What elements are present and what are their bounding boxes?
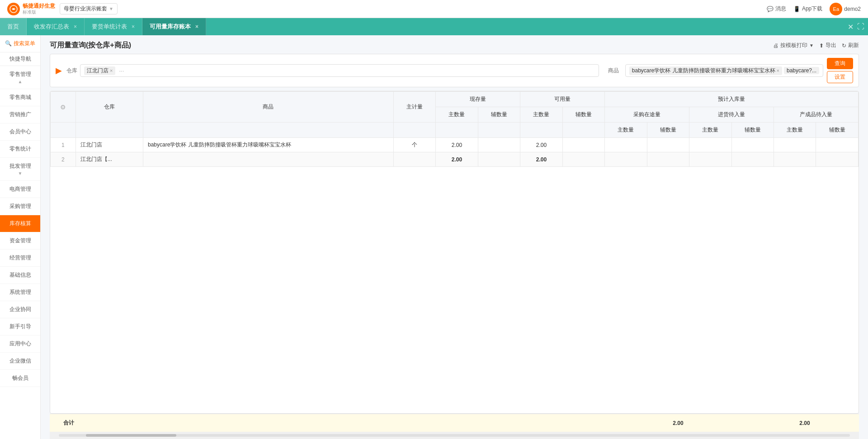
warehouse-filter-more[interactable]: ··· — [119, 67, 124, 74]
content-area: 可用量查询(按仓库+商品) 🖨 按模板打印 ▼ ⬆ 导出 ↻ 刷新 ▶ — [41, 35, 868, 439]
sidebar-item-basic-info[interactable]: 基础信息 — [0, 267, 40, 284]
logo-sub: 标准版 — [23, 9, 55, 15]
filter-toggle-btn[interactable]: ▶ — [56, 66, 62, 76]
sidebar-item-operations-label: 经营管理 — [9, 254, 31, 262]
row-2-stock-main: 2.00 — [436, 152, 478, 167]
chevron-down-icon: ▼ — [18, 171, 23, 176]
sidebar-item-new-guide[interactable]: 新手引导 — [0, 318, 40, 335]
table-row: 2 江北门店【... 2.00 2.00 — [51, 152, 859, 167]
warehouse-tag-close[interactable]: × — [110, 68, 113, 73]
sidebar-item-retail-mall-label: 零售商城 — [9, 94, 31, 101]
row-1-purchase-aux — [647, 138, 689, 152]
tab-inventory-close[interactable]: × — [195, 24, 198, 30]
th-sub-stock-aux — [478, 123, 520, 138]
product-filter-tags[interactable]: babycare学饮杯 儿童防摔防撞吸管杯重力球吸嘴杯宝宝水杯 × babyca… — [625, 64, 823, 77]
close-window-icon[interactable]: ✕ — [848, 23, 854, 31]
footer-avail-main: 2.00 — [760, 420, 850, 426]
row-2-purchase-aux — [647, 152, 689, 167]
th-avail-main-qty: 主数量 — [520, 107, 562, 123]
scroll-track[interactable] — [59, 434, 850, 437]
row-2-production-main — [774, 152, 816, 167]
settings-button[interactable]: 设置 — [827, 71, 853, 83]
row-2-stock-aux — [478, 152, 520, 167]
sidebar-item-inventory-check[interactable]: 库存核算 — [0, 215, 40, 232]
sidebar-item-app-center[interactable]: 应用中心 — [0, 335, 40, 353]
footer-bar: 合计 2.00 2.00 — [50, 414, 859, 432]
refresh-btn[interactable]: ↻ 刷新 — [842, 42, 859, 49]
sidebar-item-finance[interactable]: 资金管理 — [0, 232, 40, 250]
nav-tabs-right: ✕ ⛶ — [848, 18, 868, 35]
tab-collection[interactable]: 收发存汇总表 × — [27, 18, 85, 35]
row-1-unit: 个 — [393, 138, 435, 152]
th-sub-warehouse — [75, 123, 143, 138]
tab-home[interactable]: 首页 — [0, 18, 27, 35]
download-label: App下载 — [802, 5, 822, 13]
sidebar-item-system-mgmt[interactable]: 系统管理 — [0, 284, 40, 301]
sidebar-item-enterprise-coop[interactable]: 企业协同 — [0, 301, 40, 318]
th-sub-product — [143, 123, 394, 138]
th-available-group: 可用量 — [520, 92, 605, 107]
logo-area: 畅捷通好生意 标准版 — [7, 3, 55, 15]
sidebar-item-vip-member[interactable]: 畅会员 — [0, 370, 40, 387]
sidebar-item-retail-stats[interactable]: 零售统计 — [0, 141, 40, 158]
product-tag-0-close[interactable]: × — [777, 68, 779, 73]
th-planned-in-group: 预计入库量 — [605, 92, 859, 107]
sidebar-item-operations[interactable]: 经营管理 — [0, 250, 40, 267]
row-1-incoming-aux — [731, 138, 774, 152]
sidebar-item-inventory-check-label: 库存核算 — [9, 220, 31, 227]
print-btn[interactable]: 🖨 按模板打印 ▼ — [773, 42, 814, 49]
chevron-down-icon: ▼ — [109, 6, 113, 11]
sidebar-quick-nav[interactable]: 快捷导航 — [0, 52, 40, 66]
th-incoming-group: 进货待入量 — [689, 107, 774, 123]
row-1-stock-aux — [478, 138, 520, 152]
top-bar: 畅捷通好生意 标准版 母婴行业演示账套 ▼ 💬 消息 📱 App下载 Ea de… — [0, 0, 868, 18]
top-bar-right: 💬 消息 📱 App下载 Ea demo2 — [767, 3, 861, 15]
sidebar-item-retail-mgmt[interactable]: 零售管理 ▲ — [0, 66, 40, 89]
footer-label: 合计 — [59, 419, 74, 427]
th-avail-aux-qty: 辅数量 — [562, 107, 604, 123]
app-download-btn[interactable]: 📱 App下载 — [793, 5, 822, 13]
tab-inventory[interactable]: 可用量库存账本 × — [142, 18, 206, 35]
row-2-incoming-aux — [731, 152, 774, 167]
warehouse-tag-0: 江北门店 × — [84, 66, 115, 75]
sidebar-quick-nav-label: 快捷导航 — [9, 56, 31, 62]
message-label: 消息 — [775, 5, 786, 13]
th-sub-avail-main — [520, 123, 562, 138]
th-gear[interactable]: ⚙ — [51, 92, 76, 123]
user-area[interactable]: Ea demo2 — [830, 3, 861, 15]
th-stock-aux-qty: 辅数量 — [478, 107, 520, 123]
th-production-aux: 辅数量 — [816, 123, 859, 138]
industry-label: 母婴行业演示账套 — [64, 5, 107, 13]
scroll-thumb[interactable] — [86, 434, 176, 437]
logo-text-area: 畅捷通好生意 标准版 — [23, 3, 55, 14]
refresh-icon: ↻ — [842, 42, 846, 49]
avatar-text: Ea — [833, 6, 839, 12]
print-label: 按模板打印 — [780, 42, 807, 49]
print-icon: 🖨 — [773, 42, 778, 49]
tab-order-stats-close[interactable]: × — [132, 24, 135, 30]
query-button[interactable]: 查询 — [827, 58, 853, 69]
row-2-avail-aux — [562, 152, 604, 167]
export-btn[interactable]: ⬆ 导出 — [819, 42, 836, 49]
sidebar-item-enterprise-wechat[interactable]: 企业微信 — [0, 353, 40, 370]
row-1-avail-main: 2.00 — [520, 138, 562, 152]
sidebar-search[interactable]: 🔍 搜索菜单 — [0, 35, 40, 52]
warehouse-filter-tags[interactable]: 江北门店 × ··· — [80, 64, 599, 77]
sidebar-item-retail-mall[interactable]: 零售商城 — [0, 89, 40, 106]
th-sub-gear — [51, 123, 76, 138]
sidebar-item-ecommerce[interactable]: 电商管理 — [0, 181, 40, 198]
message-btn[interactable]: 💬 消息 — [767, 5, 786, 13]
sidebar-item-retail-stats-label: 零售统计 — [9, 145, 31, 153]
sidebar-item-purchase[interactable]: 采购管理 — [0, 198, 40, 215]
tab-order-stats[interactable]: 要货单统计表 × — [85, 18, 142, 35]
sidebar-item-marketing[interactable]: 营销推广 — [0, 106, 40, 123]
sidebar-item-member-center[interactable]: 会员中心 — [0, 123, 40, 141]
inventory-table: ⚙ 仓库 商品 主计量 现存量 可用量 预计入库量 主数量 辅数量 主数量 辅数… — [50, 91, 859, 167]
expand-icon[interactable]: ⛶ — [857, 23, 864, 31]
sidebar: 🔍 搜索菜单 快捷导航 零售管理 ▲ 零售商城 营销推广 会员中心 零售统计 批… — [0, 35, 41, 439]
tab-collection-close[interactable]: × — [74, 24, 77, 30]
row-1-num: 1 — [51, 138, 76, 152]
sidebar-item-wholesale-mgmt[interactable]: 批发管理 ▼ — [0, 158, 40, 181]
sidebar-item-finance-label: 资金管理 — [9, 237, 31, 245]
industry-selector[interactable]: 母婴行业演示账套 ▼ — [60, 3, 118, 14]
